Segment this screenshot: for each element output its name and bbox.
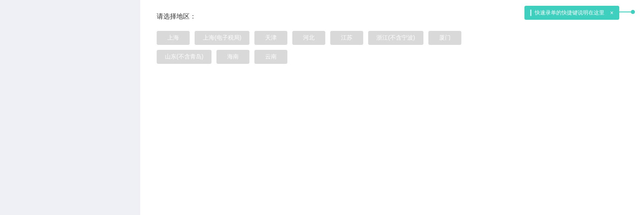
tooltip-close-icon[interactable]: × — [610, 9, 613, 16]
region-buttons-row1: 上海上海(电子税局)天津河北江苏浙江(不含宁波)厦门 — [157, 31, 628, 45]
tooltip-bar: 快速录单的快捷键说明在这里 × — [524, 6, 619, 20]
main-content: 请选择地区： 上海上海(电子税局)天津河北江苏浙江(不含宁波)厦门 山东(不含青… — [140, 0, 644, 215]
region-btn-shandong[interactable]: 山东(不含青岛) — [157, 50, 212, 64]
region-btn-zhejiang[interactable]: 浙江(不含宁波) — [368, 31, 423, 45]
region-btn-tianjin[interactable]: 天津 — [254, 31, 287, 45]
region-btn-hainan[interactable]: 海南 — [216, 50, 249, 64]
region-btn-xiamen[interactable]: 厦门 — [428, 31, 461, 45]
region-btn-hebei[interactable]: 河北 — [292, 31, 325, 45]
tooltip-text: 快速录单的快捷键说明在这里 — [535, 9, 604, 16]
region-btn-shanghai[interactable]: 上海 — [157, 31, 190, 45]
tooltip-dot — [631, 10, 635, 14]
tooltip-accent — [530, 9, 531, 16]
region-buttons-row2: 山东(不含青岛)海南云南 — [157, 50, 628, 64]
sidebar — [0, 0, 140, 215]
region-btn-jiangsu[interactable]: 江苏 — [330, 31, 363, 45]
region-btn-shanghai-etax[interactable]: 上海(电子税局) — [195, 31, 249, 45]
tooltip-connector-line — [618, 12, 631, 12]
region-btn-yunnan[interactable]: 云南 — [254, 50, 287, 64]
